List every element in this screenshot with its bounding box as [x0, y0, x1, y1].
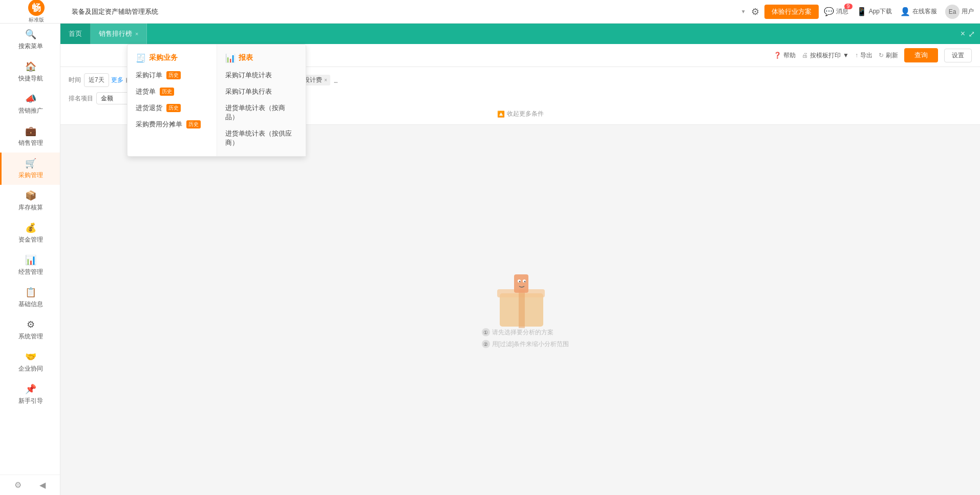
- sales-icon: 💼: [25, 125, 36, 137]
- export-btn[interactable]: ↑ 导出: [855, 51, 872, 60]
- dropdown-item-incoming[interactable]: 进货单 历史: [127, 83, 217, 100]
- sidebar-item-guide[interactable]: 📌 新手引导: [0, 378, 60, 411]
- sidebar-item-label: 基础信息: [18, 300, 43, 309]
- hist-badge-2: 历史: [160, 88, 174, 96]
- messages-btn[interactable]: 💬 消息 9: [824, 7, 848, 16]
- empty-state: ① 请先选择要分析的方案 ② 用[过滤]条件来缩小分析范围: [60, 125, 980, 495]
- marketing-icon: 📣: [25, 93, 36, 104]
- top-bar: 畅 标准版 装备及固定资产辅助管理系统 ▼ ⚙ 体验行业方案 💬 消息 9 📱 …: [0, 0, 980, 24]
- sidebar-item-label: 库存核算: [18, 203, 43, 212]
- dropdown-item-incoming-stat-goods[interactable]: 进货单统计表（按商品）: [217, 100, 306, 125]
- dropdown-item-purchase-order-stat[interactable]: 采购订单统计表: [217, 67, 306, 83]
- sidebar-item-system[interactable]: ⚙ 系统管理: [0, 314, 60, 346]
- print-dropdown-icon[interactable]: ▼: [843, 52, 849, 59]
- system-title-dropdown[interactable]: ▼: [741, 9, 746, 14]
- svg-rect-2: [519, 289, 525, 328]
- date-more-link[interactable]: 更多: [111, 76, 123, 84]
- user-btn[interactable]: Ea 用户: [945, 5, 974, 19]
- hint2-num: ②: [482, 340, 490, 348]
- dropdown-menu[interactable]: 🧾 采购业务 采购订单 历史 进货单 历史 进货退货 历史: [127, 44, 306, 157]
- help-btn[interactable]: ❓ 帮助: [774, 51, 796, 60]
- sidebar-item-basic-info[interactable]: 📋 基础信息: [0, 282, 60, 314]
- dropdown-col1-header: 🧾 采购业务: [127, 50, 217, 67]
- tab-sales-rank[interactable]: 销售排行榜 ×: [91, 24, 147, 44]
- purchase-order-label: 采购订单: [136, 71, 162, 80]
- refresh-label: 刷新: [886, 51, 898, 60]
- sidebar-item-label: 经营管理: [18, 268, 43, 276]
- messages-icon: 💬: [824, 7, 834, 16]
- goods-tag-text: 设计费: [304, 76, 322, 84]
- sidebar-item-enterprise[interactable]: 🤝 企业协同: [0, 346, 60, 378]
- app-icon: 📱: [857, 7, 867, 16]
- date-7d-btn[interactable]: 近7天: [84, 73, 109, 87]
- svg-rect-3: [514, 274, 528, 293]
- sidebar-collapse-btn[interactable]: ◀: [39, 480, 46, 490]
- empty-hint-1: ① 请先选择要分析的方案: [482, 328, 569, 337]
- query-btn[interactable]: 查询: [904, 48, 938, 62]
- app-download-btn[interactable]: 📱 App下载: [857, 7, 892, 16]
- sidebar-item-label: 新手引导: [18, 397, 43, 405]
- print-btn[interactable]: 🖨 按模板打印 ▼: [802, 51, 849, 60]
- dropdown-item-purchase-order-exec[interactable]: 采购订单执行表: [217, 83, 306, 100]
- sidebar-item-search[interactable]: 🔍 搜索菜单: [0, 24, 60, 56]
- sidebar-item-sales[interactable]: 💼 销售管理: [0, 120, 60, 153]
- hint1-num: ①: [482, 328, 490, 336]
- purchase-col-icon: 🧾: [136, 53, 146, 63]
- sidebar-item-label: 系统管理: [18, 332, 43, 341]
- sidebar-item-inventory[interactable]: 📦 库存核算: [0, 185, 60, 217]
- dropdown-col-report: 📊 报表 采购订单统计表 采购订单执行表 进货单统计表（按商品） 进货单统计表（…: [217, 45, 306, 156]
- settings-btn[interactable]: 设置: [944, 49, 972, 62]
- basic-info-icon: 📋: [25, 287, 36, 298]
- guide-icon: 📌: [25, 383, 36, 395]
- home-icon: 🏠: [25, 61, 36, 72]
- logo-icon: 畅: [28, 0, 45, 16]
- sidebar-item-quick-nav[interactable]: 🏠 快捷导航: [0, 56, 60, 88]
- dropdown-item-expense[interactable]: 采购费用分摊单 历史: [127, 116, 217, 133]
- industry-btn[interactable]: 体验行业方案: [764, 5, 819, 19]
- topbar-settings-icon[interactable]: ⚙: [751, 6, 759, 17]
- sidebar-item-marketing[interactable]: 📣 营销推广: [0, 88, 60, 120]
- enterprise-icon: 🤝: [25, 351, 36, 362]
- online-service-label: 在线客服: [912, 7, 937, 16]
- collapse-up-icon: 🔼: [497, 111, 505, 118]
- dropdown-item-return[interactable]: 进货退货 历史: [127, 100, 217, 116]
- tab-action-close[interactable]: ×: [961, 29, 965, 38]
- service-icon: 👤: [900, 7, 910, 16]
- logo-subtitle: 标准版: [29, 16, 44, 24]
- operations-icon: 📊: [25, 254, 36, 266]
- collapse-btn[interactable]: 🔼 收起更多条件: [497, 110, 544, 118]
- col1-title: 采购业务: [149, 53, 178, 62]
- tab-action-expand[interactable]: ⤢: [968, 29, 975, 39]
- sidebar-item-label: 营销推广: [18, 106, 43, 115]
- goods-ellipsis[interactable]: ...: [333, 76, 337, 85]
- help-label: 帮助: [783, 51, 796, 60]
- tab-home[interactable]: 首页: [60, 24, 91, 44]
- purchase-icon: 🛒: [25, 158, 36, 169]
- svg-point-6: [519, 281, 521, 282]
- sidebar-item-finance[interactable]: 💰 资金管理: [0, 217, 60, 249]
- online-service-btn[interactable]: 👤 在线客服: [900, 7, 937, 16]
- sidebar-item-purchase[interactable]: 🛒 采购管理: [0, 153, 60, 185]
- sidebar-settings-btn[interactable]: ⚙: [14, 480, 22, 490]
- dropdown-col2-header: 📊 报表: [217, 50, 306, 67]
- tab-close-icon[interactable]: ×: [135, 31, 138, 37]
- sidebar: 🔍 搜索菜单 🏠 快捷导航 📣 营销推广 💼 销售管理 🛒 采购管理 📦 库存核…: [0, 24, 60, 495]
- system-icon: ⚙: [27, 319, 35, 330]
- tab-bar-actions: × ⤢: [961, 29, 980, 39]
- dropdown-item-incoming-stat-supplier[interactable]: 进货单统计表（按供应商）: [217, 125, 306, 151]
- hist-badge-4: 历史: [186, 120, 201, 128]
- hint1-text: 请先选择要分析的方案: [492, 328, 553, 337]
- sidebar-item-operations[interactable]: 📊 经营管理: [0, 249, 60, 282]
- tab-home-label: 首页: [69, 29, 82, 38]
- goods-tag-close[interactable]: ×: [324, 77, 327, 83]
- dropdown-item-purchase-order[interactable]: 采购订单 历史: [127, 67, 217, 83]
- empty-hint-2: ② 用[过滤]条件来缩小分析范围: [482, 340, 569, 349]
- purchase-order-stat-label: 采购订单统计表: [225, 71, 272, 80]
- system-title: 装备及固定资产辅助管理系统: [72, 7, 736, 16]
- empty-illustration: [495, 272, 546, 323]
- refresh-icon: ↻: [879, 52, 884, 59]
- col2-title: 报表: [239, 53, 253, 62]
- finance-icon: 💰: [25, 222, 36, 233]
- date-label: 时间: [69, 76, 81, 84]
- refresh-btn[interactable]: ↻ 刷新: [879, 51, 898, 60]
